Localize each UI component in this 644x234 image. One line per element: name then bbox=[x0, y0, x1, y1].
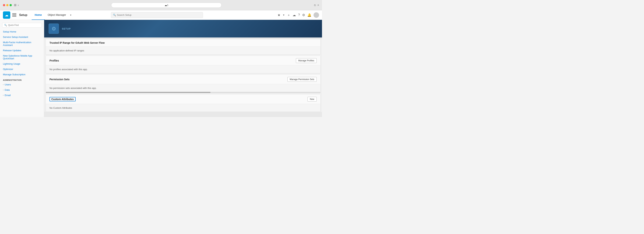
search-icon: 🔍 bbox=[113, 13, 116, 16]
users-chevron-icon: › bbox=[3, 84, 4, 86]
sidebar-item-optimizer[interactable]: Optimizer bbox=[0, 67, 44, 72]
main-layout: 🔍 Setup Home Service Setup Assistant Mul… bbox=[0, 20, 322, 117]
permission-sets-body: No permission sets associated with this … bbox=[46, 84, 320, 92]
back-icon[interactable]: ‹ bbox=[18, 3, 19, 7]
app-title: Setup bbox=[19, 13, 27, 17]
sidebar-item-users-label: Users bbox=[4, 83, 11, 86]
dropdown-icon[interactable]: ▼ bbox=[282, 14, 285, 16]
new-tab-icon[interactable]: + bbox=[318, 3, 319, 7]
sidebar-item-service-setup-assistant[interactable]: Service Setup Assistant bbox=[0, 34, 44, 40]
maximize-button[interactable] bbox=[10, 4, 12, 6]
sidebar-search-icon: 🔍 bbox=[4, 24, 7, 26]
trusted-ip-body: No application-defined IP ranges bbox=[46, 47, 320, 54]
header-icons: ★ ▼ ＋ ☁ ? ⚙ 🔔 bbox=[278, 12, 319, 18]
tab-home[interactable]: Home bbox=[32, 10, 45, 20]
address-text: 1 bbox=[167, 4, 168, 6]
sidebar-item-mobile-quickstart[interactable]: New Salesforce Mobile App QuickStart bbox=[0, 53, 44, 61]
address-bar[interactable]: ☁ 1 bbox=[111, 2, 222, 8]
app-launcher-icon[interactable] bbox=[12, 13, 16, 17]
sf-header: ☁ Setup Home Object Manager ▼ 🔍 ★ ▼ ＋ ☁ … bbox=[0, 10, 322, 20]
setup-icon-box: ⚙ bbox=[48, 23, 59, 34]
sidebar-item-lightning-usage[interactable]: Lightning Usage bbox=[0, 61, 44, 67]
nav-tabs: Home Object Manager ▼ bbox=[32, 10, 72, 20]
trusted-ip-title: Trusted IP Range for OAuth Web Server Fl… bbox=[50, 41, 105, 44]
custom-attributes-title: Custom Attributes bbox=[50, 97, 76, 101]
browser-actions: ⎋ + bbox=[314, 3, 319, 7]
minimize-button[interactable] bbox=[6, 4, 8, 6]
sidebar-quick-find-input[interactable] bbox=[8, 24, 40, 26]
setup-banner-label: SETUP bbox=[62, 27, 71, 30]
profiles-title: Profiles bbox=[50, 59, 59, 62]
profiles-header: Profiles Manage Profiles bbox=[46, 56, 320, 65]
permission-sets-title: Permission Sets bbox=[50, 78, 70, 81]
sf-logo[interactable]: ☁ bbox=[3, 11, 10, 19]
bell-icon[interactable]: 🔔 bbox=[307, 13, 311, 17]
sidebar-search-container: 🔍 bbox=[0, 21, 44, 29]
content-sections: Trusted IP Range for OAuth Web Server Fl… bbox=[44, 39, 322, 112]
permission-sets-section: Permission Sets Manage Permission Sets N… bbox=[46, 75, 320, 93]
custom-attributes-section: Custom Attributes New No Custom Attribut… bbox=[46, 95, 320, 112]
admin-section-header: ADMINISTRATION bbox=[0, 77, 44, 82]
content-area: ⚙ SETUP Trusted IP Range for OAuth Web S… bbox=[44, 20, 322, 117]
add-icon[interactable]: ＋ bbox=[287, 13, 290, 17]
sidebar-item-data-label: Data bbox=[4, 89, 10, 91]
browser-chrome: ⊞ ‹ ☁ 1 ⎋ + bbox=[0, 0, 322, 10]
custom-attributes-body: No Custom Attributes bbox=[46, 104, 320, 112]
manage-permission-sets-button[interactable]: Manage Permission Sets bbox=[288, 77, 317, 82]
profiles-section: Profiles Manage Profiles No profiles ass… bbox=[46, 56, 320, 73]
custom-attributes-header: Custom Attributes New bbox=[46, 95, 320, 104]
close-button[interactable] bbox=[3, 4, 5, 6]
traffic-lights bbox=[3, 4, 12, 6]
sidebar-search-box[interactable]: 🔍 bbox=[2, 23, 42, 27]
share-icon[interactable]: ⎋ bbox=[314, 3, 316, 7]
user-avatar[interactable] bbox=[314, 12, 319, 18]
sidebar-item-setup-home[interactable]: Setup Home bbox=[0, 29, 44, 34]
manage-profiles-button[interactable]: Manage Profiles bbox=[296, 58, 317, 63]
trusted-ip-header: Trusted IP Range for OAuth Web Server Fl… bbox=[46, 39, 320, 47]
tab-object-manager[interactable]: Object Manager bbox=[45, 10, 69, 20]
cloud-connect-icon[interactable]: ☁ bbox=[292, 13, 296, 17]
sidebar-item-users[interactable]: › Users bbox=[0, 82, 44, 87]
sidebar-item-manage-subscription[interactable]: Manage Subscription bbox=[0, 72, 44, 77]
salesforce-cloud-icon: ☁ bbox=[5, 13, 8, 17]
sidebar-item-release-updates[interactable]: Release Updates bbox=[0, 48, 44, 53]
tab-dropdown-icon[interactable]: ▼ bbox=[69, 10, 72, 20]
sidebar-item-data[interactable]: › Data bbox=[0, 87, 44, 93]
sidebar-item-email-label: Email bbox=[4, 94, 11, 97]
browser-controls: ⊞ ‹ bbox=[14, 3, 19, 7]
global-search-bar[interactable]: 🔍 bbox=[111, 12, 203, 18]
profiles-text: No profiles associated with this app. bbox=[50, 68, 88, 71]
global-search-input[interactable] bbox=[117, 13, 201, 16]
permission-sets-text: No permission sets associated with this … bbox=[50, 87, 96, 90]
setup-gear-icon: ⚙ bbox=[52, 26, 56, 32]
sidebar: 🔍 Setup Home Service Setup Assistant Mul… bbox=[0, 20, 44, 117]
sidebar-item-email[interactable]: › Email bbox=[0, 93, 44, 98]
sidebar-item-mfa-assistant[interactable]: Multi-Factor Authentication Assistant bbox=[0, 40, 44, 48]
email-chevron-icon: › bbox=[3, 94, 4, 96]
data-chevron-icon: › bbox=[3, 89, 4, 91]
sidebar-toggle-icon[interactable]: ⊞ bbox=[14, 3, 16, 7]
trusted-ip-text: No application-defined IP ranges bbox=[50, 49, 84, 52]
custom-attributes-text: No Custom Attributes bbox=[50, 107, 72, 109]
help-icon[interactable]: ? bbox=[298, 13, 300, 17]
sf-favicon: ☁ bbox=[164, 4, 167, 7]
permission-sets-scroll bbox=[46, 92, 320, 93]
favorites-icon[interactable]: ★ bbox=[278, 13, 280, 17]
profiles-body: No profiles associated with this app. bbox=[46, 65, 320, 73]
new-custom-attribute-button[interactable]: New bbox=[308, 97, 317, 102]
trusted-ip-section: Trusted IP Range for OAuth Web Server Fl… bbox=[46, 39, 320, 55]
setup-banner: ⚙ SETUP bbox=[44, 20, 322, 37]
permission-sets-header: Permission Sets Manage Permission Sets bbox=[46, 75, 320, 84]
settings-icon[interactable]: ⚙ bbox=[302, 13, 305, 17]
